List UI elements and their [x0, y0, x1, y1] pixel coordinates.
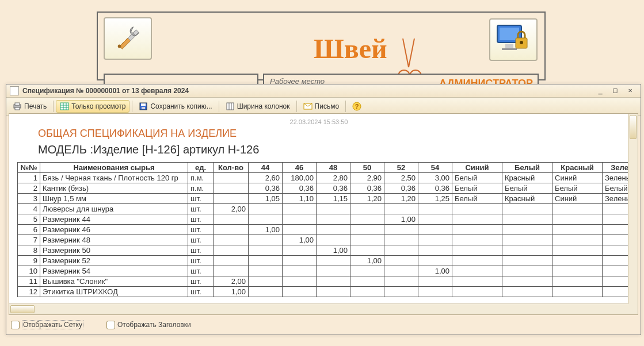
cell: [384, 276, 418, 287]
cell: 0,36: [418, 183, 452, 194]
horizontal-scrollbar[interactable]: [9, 303, 628, 314]
minimize-button[interactable]: _: [593, 86, 607, 95]
view-only-button[interactable]: Только просмотр: [56, 100, 129, 113]
cell: [317, 256, 350, 266]
close-button[interactable]: ✕: [623, 86, 637, 95]
cell: [603, 245, 629, 256]
cell: [350, 287, 384, 297]
cell: [283, 204, 317, 214]
cell: шт.: [188, 204, 214, 214]
letter-label: Письмо: [315, 102, 340, 110]
letter-button[interactable]: Письмо: [299, 100, 344, 113]
cell: 1,15: [317, 194, 350, 204]
help-icon: ?: [352, 102, 361, 111]
cell: 6: [18, 225, 40, 235]
col-header-size-48: 48: [317, 163, 350, 173]
table-row[interactable]: 1Бязь / Черная ткань / Плотность 120 грп…: [18, 173, 629, 183]
cell: [552, 276, 603, 287]
cell: [502, 235, 552, 245]
col-header-qty: Кол-во: [214, 163, 249, 173]
cell: 0,36: [384, 183, 418, 194]
show-grid-checkbox[interactable]: Отображать Сетку: [11, 320, 83, 329]
cell: [452, 256, 502, 266]
cell: 8: [18, 245, 40, 256]
cell: 0,36: [317, 183, 350, 194]
col-header-unit: ед.: [188, 163, 214, 173]
monitor-lock-icon-box[interactable]: [489, 18, 538, 61]
cell: [452, 235, 502, 245]
col-header-size-52: 52: [384, 163, 418, 173]
cell: [249, 245, 283, 256]
cell: 0,36: [249, 183, 283, 194]
cell: [552, 204, 603, 214]
save-copy-button[interactable]: Сохранить копию...: [135, 100, 216, 113]
vertical-scrollbar[interactable]: [628, 114, 638, 304]
table-row[interactable]: 10Размерник 54шт.1,00: [18, 266, 629, 276]
table-row[interactable]: 9Размерник 52шт.1,00: [18, 256, 629, 266]
cell: 3: [18, 194, 40, 204]
cell: шт.: [188, 266, 214, 276]
cell: 10: [18, 266, 40, 276]
print-button[interactable]: Печать: [9, 100, 51, 113]
cell: [214, 266, 249, 276]
window-title: Спецификация № 000000001 от 13 февраля 2…: [22, 87, 189, 95]
window-footer: Отображать Сетку Отображать Заголовки: [9, 317, 638, 332]
cell: [350, 276, 384, 287]
cell: [317, 276, 350, 287]
col-header-color-red: Красный: [552, 163, 603, 173]
cell: [603, 214, 629, 225]
cell: [384, 245, 418, 256]
svg-point-6: [520, 41, 523, 44]
table-row[interactable]: 8Размерник 50шт.1,00: [18, 245, 629, 256]
tools-icon-box[interactable]: [104, 17, 152, 60]
table-row[interactable]: 4Люверсы для шнурашт.2,00: [18, 204, 629, 214]
cell: 1,25: [418, 194, 452, 204]
cell: 2: [18, 183, 40, 194]
bg-main-panel: Швей Рабочее место АДМИНИСТРАТОР: [97, 11, 546, 80]
cell: [214, 183, 249, 194]
cell: [214, 173, 249, 183]
cell: 1,05: [249, 194, 283, 204]
cell: [350, 214, 384, 225]
cell: [283, 245, 317, 256]
cell: [552, 235, 603, 245]
maximize-button[interactable]: □: [608, 86, 622, 95]
cell: Зеленый: [603, 173, 629, 183]
cell: [452, 204, 502, 214]
cell: [214, 245, 249, 256]
table-row[interactable]: 7Размерник 48шт.1,00: [18, 235, 629, 245]
cell: [384, 225, 418, 235]
cell: шт.: [188, 256, 214, 266]
show-grid-label: Отображать Сетку: [22, 320, 83, 329]
cell: [283, 287, 317, 297]
document-window: Спецификация № 000000001 от 13 февраля 2…: [6, 84, 641, 335]
cell: [350, 204, 384, 214]
table-view-icon: [60, 102, 69, 111]
table-row[interactable]: 12Этикитка ШТРИХКОДшт.1,00: [18, 287, 629, 297]
printer-icon: [13, 102, 22, 111]
cell: [317, 225, 350, 235]
col-header-size-50: 50: [350, 163, 384, 173]
table-row[interactable]: 11Вышивка "Слоник"шт.2,00: [18, 276, 629, 287]
cell: [214, 256, 249, 266]
svg-rect-15: [142, 107, 145, 109]
col-header-size-46: 46: [283, 163, 317, 173]
table-row[interactable]: 5Размерник 44шт.1,00: [18, 214, 629, 225]
cell: [384, 235, 418, 245]
help-button[interactable]: ?: [348, 100, 365, 113]
window-titlebar[interactable]: Спецификация № 000000001 от 13 февраля 2…: [6, 84, 641, 98]
cell: Кантик (бязь): [40, 183, 188, 194]
cell: 1,20: [350, 194, 384, 204]
column-width-button[interactable]: Ширина колонок: [222, 100, 294, 113]
columns-icon: [226, 102, 235, 111]
show-headers-label: Отображать Заголовки: [117, 321, 191, 329]
table-row[interactable]: 6Размерник 46шт.1,00: [18, 225, 629, 235]
show-headers-checkbox[interactable]: Отображать Заголовки: [106, 321, 191, 329]
cell: Зеленый: [603, 194, 629, 204]
view-only-label: Только просмотр: [71, 102, 125, 110]
cell: [214, 235, 249, 245]
cell: Размерник 48: [40, 235, 188, 245]
table-row[interactable]: 2Кантик (бязь)п.м.0,360,360,360,360,360,…: [18, 183, 629, 194]
table-row[interactable]: 3Шнур 1,5 ммшт.1,051,101,151,201,201,25Б…: [18, 194, 629, 204]
cell: [384, 256, 418, 266]
